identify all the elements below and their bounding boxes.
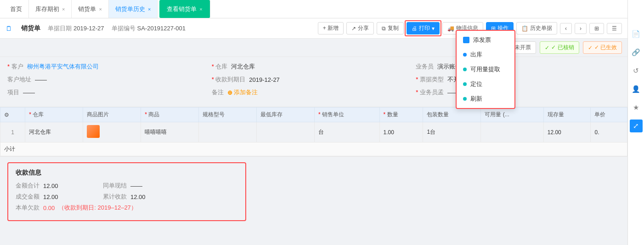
sidebar-info-icon[interactable]: 📄: [630, 28, 643, 40]
print-icon: 🖨: [412, 25, 417, 32]
prev-button[interactable]: ‹: [560, 23, 572, 34]
transaction-amount-value: 12.00: [43, 194, 58, 200]
row-unit-price: 0.: [591, 122, 627, 142]
note-label: 备注: [212, 88, 224, 97]
address-value: ——: [35, 76, 47, 83]
checked-button[interactable]: ✓ ✓ 已核销: [540, 41, 579, 54]
effective-label: ✓ 已生效: [594, 44, 617, 51]
sidebar-refresh-icon[interactable]: ↺: [630, 64, 643, 77]
add-invoice-label: 添发票: [473, 36, 491, 44]
tab-sales-history-close[interactable]: ×: [148, 6, 151, 12]
table-container: ⚙ * 仓库 商品图片 * 商品 规格型号 最低库存 * 销售单位 * 数量 包…: [0, 107, 627, 157]
share-icon: ↗: [351, 25, 356, 32]
table-row: 1 河北仓库 嘻嘻嘻嘻 台 1.00 1台 12.00 0.: [0, 122, 627, 142]
doc-date-item: 单据日期 2019-12-27: [48, 24, 104, 33]
tab-view-sales-close[interactable]: ×: [199, 6, 202, 12]
current-owed-inner: 本单欠款 0.00 （收款到期日: 2019–12–27）: [16, 204, 137, 212]
available-qty-label: 可用量提取: [470, 65, 500, 74]
customer-field: 客户 柳州粤港平安气体有限公司: [7, 63, 212, 71]
checked-label: ✓ 已核销: [551, 44, 574, 51]
doc-header: 🗒 销货单 单据日期 2019-12-27 单据编号 SA-20191227-0…: [0, 18, 627, 39]
payment-title: 收款信息: [16, 169, 238, 177]
print-dropdown-icon: ▾: [432, 25, 435, 32]
tab-home[interactable]: 首页: [4, 0, 29, 18]
col-qty: * 数量: [379, 108, 423, 122]
next-button[interactable]: ›: [575, 23, 587, 34]
col-warehouse-required: *: [29, 111, 31, 118]
print-label: 打印: [419, 24, 430, 32]
tab-sales-history[interactable]: 销货单历史 ×: [109, 0, 158, 18]
tab-inventory-close[interactable]: ×: [62, 6, 65, 12]
dropdown-item-available-qty[interactable]: 可用量提取: [457, 62, 514, 77]
payment-row-1: 金额合计 12.00 同单现结 ——: [16, 182, 238, 190]
dropdown-item-add-invoice[interactable]: 添发票: [457, 33, 514, 47]
customer-label: 客户: [7, 63, 23, 71]
print-btn-wrapper: 🖨 打印 ▾: [407, 22, 440, 34]
doc-no-item: 单据编号 SA-20191227-001: [112, 24, 186, 33]
col-available: 可用量 (...: [481, 108, 543, 122]
sidebar-expand-icon[interactable]: ⤢: [630, 120, 643, 132]
doc-no-label: 单据编号: [112, 24, 136, 33]
dropdown-item-outbound[interactable]: 出库: [457, 47, 514, 62]
col-unit-price: 单价: [591, 108, 627, 122]
customer-value[interactable]: 柳州粤港平安气体有限公司: [27, 63, 99, 71]
col-spec: 规格型号: [199, 108, 257, 122]
add-invoice-icon: [463, 37, 469, 43]
print-button[interactable]: 🖨 打印 ▾: [407, 22, 440, 34]
total-amount-item: 金额合计 12.00: [16, 182, 85, 190]
col-image: 商品图片: [83, 108, 141, 122]
tab-sales-close[interactable]: ×: [99, 6, 102, 12]
copy-button[interactable]: ⧉ 复制: [377, 22, 404, 34]
add-note-button[interactable]: ⊕ 添加备注: [227, 88, 258, 97]
share-button[interactable]: ↗ 分享: [346, 22, 374, 34]
payment-row-3: 本单欠款 0.00 （收款到期日: 2019–12–27）: [16, 204, 238, 212]
tab-inventory[interactable]: 库存期初 ×: [29, 0, 72, 18]
tab-view-sales[interactable]: 查看销货单 ×: [159, 0, 210, 18]
grid-view-button[interactable]: ⊞: [589, 23, 604, 34]
add-button[interactable]: + 新增: [318, 22, 344, 34]
project-label: 项目: [7, 88, 19, 97]
salesperson-field: 业务员 演示账号: [416, 63, 620, 71]
copy-label: 复制: [388, 24, 399, 32]
form-row-1: 客户 柳州粤港平安气体有限公司 仓库 河北仓库 业务员 演示账号: [7, 63, 620, 71]
sidebar-user-icon[interactable]: 👤: [630, 83, 643, 96]
due-date-value: 2019-12-27: [249, 76, 280, 83]
doc-icon: 🗒: [6, 25, 12, 32]
current-owed-item: 本单欠款 0.00 （收款到期日: 2019–12–27）: [16, 204, 137, 212]
doc-date-label: 单据日期: [48, 24, 72, 33]
doc-date-value: 2019-12-27: [73, 25, 104, 32]
sidebar-link-icon[interactable]: 🔗: [630, 46, 643, 59]
dropdown-item-locate[interactable]: 定位: [457, 77, 514, 91]
row-available: [481, 122, 543, 142]
warehouse-value: 河北仓库: [231, 63, 255, 71]
cumulative-payment-value: 12.00: [130, 194, 146, 200]
same-order-settle-label: 同单现结: [103, 182, 127, 190]
cumulative-payment-item: 累计收款 12.00: [103, 193, 172, 201]
salesperson2-field: 业务员孟 ——: [416, 88, 620, 97]
history-button[interactable]: 📋 历史单据: [516, 22, 557, 34]
warehouse-label: 仓库: [212, 63, 228, 71]
history-icon: 📋: [521, 25, 528, 32]
col-unit: * 销售单位: [315, 108, 379, 122]
ticket-label: 票据类型: [416, 75, 444, 84]
current-owed-value: 0.00: [43, 205, 55, 211]
row-seq: 1: [0, 122, 25, 142]
list-view-button[interactable]: ☰: [607, 23, 622, 34]
operation-dropdown: 添发票 出库 可用量提取 定位 刷新: [456, 30, 515, 109]
refresh-label: 刷新: [470, 95, 482, 103]
tab-sales-label: 销货单: [78, 5, 96, 13]
salesperson-label: 业务员: [416, 63, 434, 71]
subtotal-label: 小计: [0, 142, 627, 156]
doc-title: 销货单: [21, 24, 40, 33]
col-warehouse: * 仓库: [25, 108, 83, 122]
form-row-2: 客户地址 —— 收款到期日 2019-12-27 票据类型 不开票: [7, 75, 620, 84]
payment-section: 收款信息 金额合计 12.00 同单现结 —— 成交金额 12.00 累计收款: [7, 162, 246, 221]
sidebar-star-icon[interactable]: ★: [630, 101, 643, 114]
effective-button[interactable]: ✓ ✓ 已生效: [583, 41, 622, 54]
right-sidebar: 📄 🔗 ↺ 👤 ★ ⤢: [627, 0, 644, 245]
dropdown-item-refresh[interactable]: 刷新: [457, 91, 514, 106]
col-min-stock: 最低库存: [257, 108, 315, 122]
tab-sales[interactable]: 销货单 ×: [72, 0, 108, 18]
check-icon: ✓: [545, 45, 549, 51]
tab-view-sales-label: 查看销货单: [167, 5, 197, 13]
